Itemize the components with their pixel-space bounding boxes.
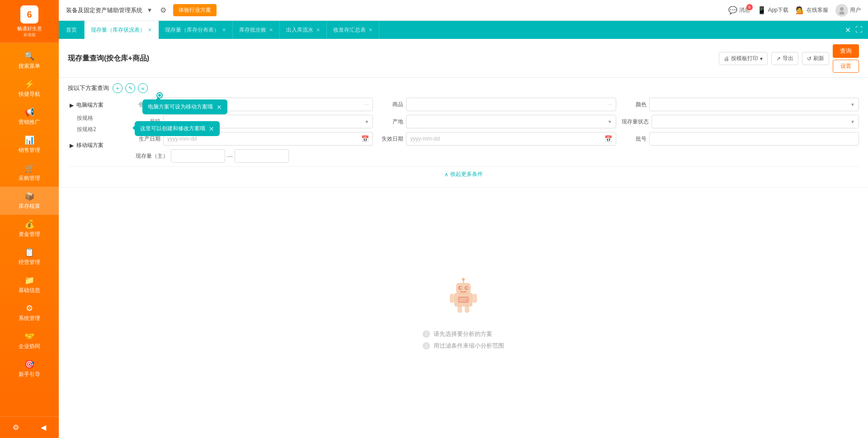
tab-inout[interactable]: 出入库流水 ✕ (280, 21, 327, 39)
tab-close-inout[interactable]: ✕ (316, 27, 320, 33)
top-header: 装备及固定资产辅助管理系统 ▼ ⚙ 体验行业方案 💬 消息 6 📱 App下载 … (59, 0, 868, 21)
sales-icon: 📊 (24, 135, 34, 145)
expire-date-text: yyyy-mm-dd (410, 136, 439, 142)
svg-point-7 (466, 287, 468, 289)
sidebar-item-label: 营销推广 (19, 118, 40, 126)
tooltip-scheme-close[interactable]: ✕ (217, 104, 222, 111)
header-settings-btn[interactable]: ⚙ (157, 4, 170, 17)
tab-close-summary[interactable]: ✕ (368, 27, 373, 33)
purchase-icon: 🛒 (24, 163, 34, 173)
add-scheme-btn[interactable]: + (113, 83, 123, 93)
stock-status-select[interactable]: ▼ (651, 115, 859, 128)
print-btn[interactable]: 🖨 按模板打印 ▾ (719, 52, 768, 65)
filter-label: 按以下方案查询 (68, 84, 109, 92)
finance-icon: 💰 (24, 219, 34, 229)
product-label: 商品 (378, 101, 403, 108)
maximize-btn[interactable]: ⛶ (854, 24, 864, 36)
printer-icon: 🖨 (724, 56, 729, 62)
sidebar: 6 畅通好生意 标准版 🔍 搜索菜单 ⚡ 快捷导航 📢 营销推广 📊 销售管理 … (0, 0, 59, 438)
filter-row-3: 生产日期 yyyy-mm-dd 📅 失效日期 yyyy-mm-dd 📅 (136, 132, 859, 146)
sidebar-item-search[interactable]: 🔍 搜索菜单 (0, 47, 59, 75)
export-btn[interactable]: ↗ 导出 (771, 52, 798, 65)
sidebar-item-label: 系统管理 (19, 315, 40, 322)
tab-close-inventory-status[interactable]: ✕ (148, 27, 152, 33)
scheme-desktop[interactable]: ▶ 电脑端方案 (68, 98, 131, 113)
svg-point-1 (839, 11, 844, 14)
svg-rect-11 (472, 294, 477, 303)
expire-date-input[interactable]: yyyy-mm-dd 📅 (406, 132, 616, 146)
expire-date-label: 失效日期 (378, 135, 403, 143)
scheme-sub-0[interactable]: 按规格 (73, 113, 126, 124)
basic-icon: 📁 (24, 275, 34, 285)
logo-text: 畅通好生意 (17, 25, 42, 32)
scheme-sub-1[interactable]: 按规格2 (73, 124, 126, 135)
sidebar-item-guide[interactable]: 🎯 新手引导 (0, 355, 59, 383)
sidebar-item-label: 经营管理 (19, 259, 40, 266)
filter-header: 按以下方案查询 + ✎ « 电脑方案可设为移动方案哦 ✕ (68, 83, 859, 93)
sidebar-item-purchase[interactable]: 🛒 采购管理 (0, 159, 59, 187)
system-dropdown-btn[interactable]: ▼ (146, 7, 153, 14)
stock-qty-max[interactable] (235, 149, 289, 163)
color-label: 颜色 (622, 101, 646, 108)
sidebar-item-system[interactable]: ⚙ 系统管理 (0, 299, 59, 327)
user-action[interactable]: 用户 (835, 4, 861, 17)
color-select[interactable]: ▼ (649, 98, 859, 111)
scheme-mobile[interactable]: ▶ 移动端方案 (68, 138, 131, 153)
sidebar-item-sales[interactable]: 📊 销售管理 (0, 131, 59, 159)
close-all-tabs-btn[interactable]: ✕ (843, 24, 853, 36)
edit-scheme-btn[interactable]: ✎ (125, 83, 135, 93)
product-input[interactable]: ··· (406, 98, 616, 111)
sidebar-item-company[interactable]: 🤝 企业协同 (0, 327, 59, 355)
filter-group-product: 商品 ··· (378, 98, 616, 111)
user-label: 用户 (850, 6, 861, 14)
tab-batch[interactable]: 库存批次账 ✕ (233, 21, 280, 39)
sidebar-item-operation[interactable]: 📋 经营管理 (0, 243, 59, 271)
origin-label: 产地 (378, 118, 403, 126)
tooltip-edit-close[interactable]: ✕ (209, 125, 214, 132)
sidebar-item-finance[interactable]: 💰 资金管理 (0, 215, 59, 243)
search-icon: 🔍 (24, 51, 34, 61)
sidebar-settings-btn[interactable]: ⚙ (11, 421, 21, 433)
step-2-num: 2 (423, 342, 430, 349)
sidebar-item-inventory[interactable]: 📦 库存核算 (0, 187, 59, 215)
tab-inventory-dist[interactable]: 现存量（库存分布表） ✕ (159, 21, 233, 39)
stock-qty-range: — (171, 149, 316, 163)
phone-icon: 📱 (757, 6, 766, 14)
support-action[interactable]: 💁 在线客服 (796, 6, 828, 14)
filter-group-color: 颜色 ▼ (622, 98, 859, 111)
sidebar-item-marketing[interactable]: 📢 营销推广 (0, 103, 59, 131)
refresh-icon: ↺ (807, 56, 811, 62)
sidebar-collapse-btn[interactable]: ◀ (39, 421, 48, 433)
sidebar-nav: 🔍 搜索菜单 ⚡ 快捷导航 📢 营销推广 📊 销售管理 🛒 采购管理 📦 库存核… (0, 43, 59, 416)
stock-qty-min[interactable] (171, 149, 225, 163)
sidebar-item-nav[interactable]: ⚡ 快捷导航 (0, 75, 59, 103)
tab-summary[interactable]: 收发存汇总表 ✕ (327, 21, 379, 39)
search-btn[interactable]: 查询 (833, 44, 859, 58)
tab-inventory-status[interactable]: 现存量（库存状况表） ✕ (85, 21, 159, 39)
tab-home[interactable]: 首页 (59, 21, 85, 39)
sidebar-item-basic[interactable]: 📁 基础信息 (0, 271, 59, 299)
user-icon (838, 6, 846, 14)
collapse-btn[interactable]: ∧ 收起更多条件 (68, 166, 859, 182)
sidebar-item-label: 销售管理 (19, 146, 40, 154)
app-action[interactable]: 📱 App下载 (757, 6, 788, 14)
refresh-btn[interactable]: ↺ 刷新 (802, 52, 829, 65)
message-action[interactable]: 💬 消息 6 (728, 6, 750, 14)
tab-close-inventory-dist[interactable]: ✕ (222, 27, 226, 33)
svg-point-6 (460, 287, 462, 289)
chevron-down-icon: ▾ (760, 56, 763, 62)
header-right: 💬 消息 6 📱 App下载 💁 在线客服 用户 (728, 4, 861, 17)
industry-btn[interactable]: 体验行业方案 (173, 4, 217, 16)
back-scheme-btn[interactable]: « (138, 83, 148, 93)
content-area: 现存量查询(按仓库+商品) 🖨 按模板打印 ▾ ↗ 导出 ↺ 刷新 (59, 39, 868, 438)
chevron-down-icon: ▼ (608, 119, 612, 124)
sidebar-item-label: 新手引导 (19, 371, 40, 378)
page-header: 现存量查询(按仓库+商品) 🖨 按模板打印 ▾ ↗ 导出 ↺ 刷新 (59, 39, 868, 78)
tab-close-batch[interactable]: ✕ (269, 27, 273, 33)
page-settings-btn[interactable]: 设置 (833, 60, 859, 73)
sidebar-item-label: 基础信息 (19, 287, 40, 294)
batch-input[interactable] (649, 132, 859, 146)
robot-svg (441, 274, 486, 319)
svg-rect-13 (465, 306, 469, 313)
origin-select[interactable]: ▼ (406, 115, 616, 128)
